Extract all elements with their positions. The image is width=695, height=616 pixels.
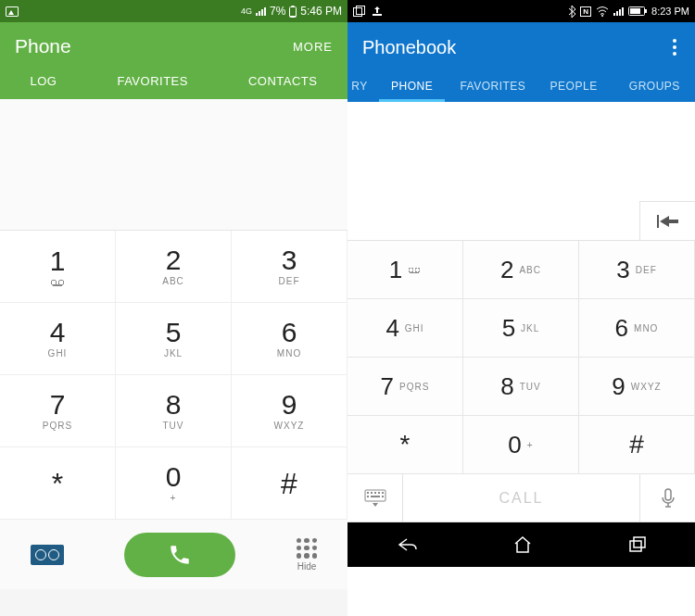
tab-favorites[interactable]: FAVORITES	[452, 72, 533, 102]
tab-contacts[interactable]: CONTACTS	[248, 74, 318, 88]
dial-key-9[interactable]: 9WXYZ	[232, 375, 348, 447]
tab-groups[interactable]: GROUPS	[614, 72, 695, 102]
svg-rect-14	[374, 492, 376, 494]
keyboard-hide-icon	[364, 489, 386, 508]
status-bar: N 8:23 PM	[348, 0, 695, 22]
digit: *	[400, 430, 411, 459]
htc-phone-screen: N 8:23 PM Phonebook RYPHONEFAVORITESPEOP…	[348, 0, 695, 616]
svg-rect-2	[290, 16, 296, 17]
dial-key-5[interactable]: 5JKL	[116, 303, 232, 375]
dial-key-6[interactable]: 6MNO	[232, 303, 348, 375]
digit: 5	[502, 314, 515, 343]
app-title: Phonebook	[362, 37, 456, 58]
dial-key-6[interactable]: 6MNO	[579, 299, 695, 358]
battery-percent: 7%	[270, 5, 285, 18]
svg-rect-4	[357, 6, 365, 15]
backspace-to-start-icon	[656, 213, 680, 230]
call-button[interactable]: CALL	[403, 474, 639, 522]
digit: 9	[612, 372, 625, 401]
letters: +	[171, 493, 177, 503]
app-header: Phonebook RYPHONEFAVORITESPEOPLEGROUPS	[348, 22, 695, 102]
dial-key-8[interactable]: 8TUV	[116, 375, 232, 447]
voice-input-button[interactable]	[639, 474, 695, 522]
clock: 5:46 PM	[300, 5, 342, 18]
digit: 3	[616, 256, 629, 284]
dial-key-7[interactable]: 7PQRS	[348, 358, 463, 416]
tab-phone[interactable]: PHONE	[372, 72, 452, 102]
action-row: Hide	[0, 520, 348, 589]
back-button[interactable]	[396, 536, 418, 553]
battery-icon	[628, 6, 647, 16]
digit: 8	[500, 372, 513, 401]
digit: 1	[50, 247, 66, 275]
dial-key-5[interactable]: 5JKL	[463, 299, 579, 358]
dial-key-3[interactable]: 3DEF	[579, 241, 695, 299]
svg-rect-5	[373, 14, 382, 16]
svg-rect-3	[354, 8, 362, 17]
number-display	[0, 99, 348, 231]
dial-key-*[interactable]: *	[348, 416, 463, 474]
letters: TUV	[520, 382, 541, 392]
app-title: Phone	[15, 35, 71, 57]
letters: PQRS	[43, 421, 72, 431]
digit: 9	[282, 391, 297, 419]
nfc-icon: N	[580, 6, 591, 17]
tab-favorites[interactable]: FAVORITES	[117, 74, 188, 88]
voicemail-button[interactable]	[31, 545, 64, 565]
digit: 6	[615, 314, 628, 343]
dial-key-3[interactable]: 3DEF	[232, 231, 348, 303]
dial-key-4[interactable]: 4GHI	[348, 299, 463, 358]
samsung-phone-screen: 4G 7% 5:46 PM Phone MORE LOG FAVORITES C…	[0, 0, 348, 616]
status-bar: 4G 7% 5:46 PM	[0, 0, 348, 22]
home-button[interactable]	[513, 536, 532, 553]
call-button[interactable]	[124, 533, 235, 577]
dial-key-4[interactable]: 4GHI	[0, 303, 116, 375]
tab-log[interactable]: LOG	[30, 74, 57, 88]
digit: #	[281, 469, 297, 498]
image-icon	[6, 6, 19, 17]
letters: WXYZ	[274, 421, 305, 431]
voicemail-icon	[50, 279, 65, 286]
dial-key-1[interactable]: 1	[0, 231, 116, 303]
letters: ABC	[519, 265, 541, 275]
dial-key-1[interactable]: 1	[348, 241, 463, 299]
tab-ry[interactable]: RY	[348, 72, 372, 102]
microphone-icon	[661, 488, 676, 509]
digit: 3	[282, 246, 297, 274]
tab-people[interactable]: PEOPLE	[534, 72, 614, 102]
app-header: Phone MORE LOG FAVORITES CONTACTS	[0, 22, 348, 99]
digit: 4	[50, 319, 66, 346]
recent-apps-button[interactable]	[628, 536, 647, 553]
dial-key-9[interactable]: 9WXYZ	[579, 358, 695, 416]
dial-key-0[interactable]: 0+	[116, 447, 232, 520]
dial-key-*[interactable]: *	[0, 447, 116, 520]
digit: 2	[500, 256, 513, 284]
backspace-button[interactable]	[639, 201, 695, 240]
more-button[interactable]: MORE	[293, 40, 333, 54]
dial-key-7[interactable]: 7PQRS	[0, 375, 116, 447]
bluetooth-icon	[568, 6, 575, 18]
upload-icon	[372, 6, 383, 17]
clock: 8:23 PM	[651, 6, 689, 17]
svg-rect-24	[634, 537, 645, 547]
dial-key-#[interactable]: #	[579, 416, 695, 474]
letters: +	[527, 440, 534, 450]
digit: 0	[166, 463, 182, 491]
dial-key-2[interactable]: 2ABC	[116, 231, 232, 303]
signal-icon	[256, 6, 266, 16]
dial-key-2[interactable]: 2ABC	[463, 241, 579, 299]
hide-keypad-button[interactable]: Hide	[297, 538, 317, 572]
tab-bar: LOG FAVORITES CONTACTS	[0, 67, 348, 99]
dial-key-0[interactable]: 0+	[463, 416, 579, 474]
wifi-icon	[596, 6, 609, 17]
hide-keypad-button[interactable]	[348, 474, 403, 522]
svg-rect-20	[665, 489, 671, 500]
overflow-menu-button[interactable]	[669, 35, 680, 59]
svg-rect-9	[630, 8, 640, 14]
digit: 0	[508, 431, 521, 459]
letters: WXYZ	[631, 382, 662, 392]
dial-key-#[interactable]: #	[232, 447, 348, 520]
svg-rect-16	[382, 492, 384, 494]
dial-key-8[interactable]: 8TUV	[463, 358, 579, 416]
svg-rect-15	[378, 492, 380, 494]
